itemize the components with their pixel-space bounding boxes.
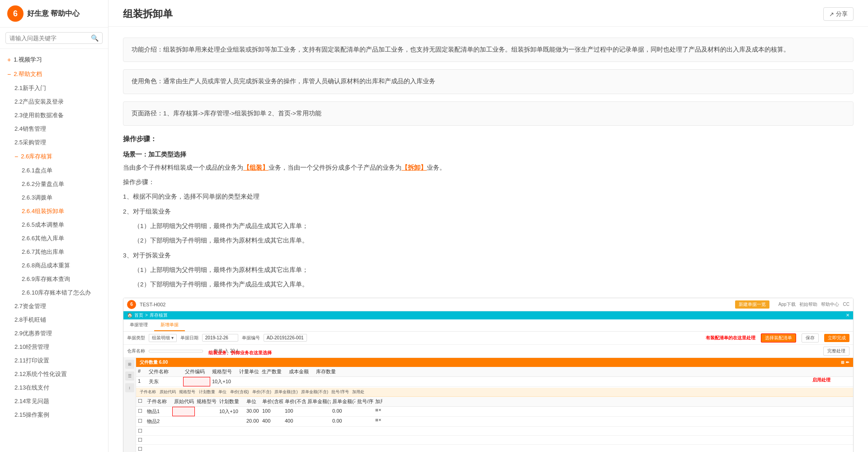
- upper-table-header: # 父件名称 父件编码 规格型号 计量单位 生产数量 成本金额 库存数量: [136, 367, 853, 377]
- highlight-assemble: 【组装】: [243, 164, 269, 171]
- lower-td-3-11: [373, 427, 382, 435]
- upper-td-1-num: 1: [136, 377, 147, 386]
- nav-group-26: − 2.6库存核算 2.6.1盘点单 2.6.2分量盘点单 2.6.3调拨单 2…: [0, 149, 108, 300]
- intro-text-3: 页面路径：1、库存核算->库存管理->组装拆卸单 2、首页->常用功能: [132, 110, 321, 117]
- nav-item-213[interactable]: 2.13在线支付: [0, 381, 108, 395]
- annotation-2: 组装业务、拆卸业务在这里选择: [208, 350, 272, 356]
- nav-item-211[interactable]: 2.11打印设置: [0, 354, 108, 367]
- upper-row-1: 1 关东 10入+10: [136, 377, 853, 387]
- lower-row-1: ☐ 物品1 10入+10 30.00 100 100 0.00: [136, 407, 853, 417]
- upper-th-qty: 生产数量: [260, 367, 287, 376]
- step-2: 2、对于组装业务: [123, 206, 854, 217]
- nav-item-261[interactable]: 2.6.1盘点单: [0, 164, 108, 177]
- lower-td-1-amt-tax: [306, 407, 330, 416]
- search-icon[interactable]: 🔍: [91, 34, 99, 42]
- step-2-1: （1）上部明细为父件明细，最终作为产成品生成其它入库单；: [123, 221, 854, 232]
- mock-icon-1: ⊞: [125, 360, 134, 369]
- lower-th-unit: 单位: [245, 397, 260, 406]
- lower-td-2-unit: 20.00: [245, 417, 260, 426]
- lower-th-planqty: 计划数量: [217, 397, 245, 406]
- upper-td-1-cost: [287, 377, 314, 386]
- mock-icon-3: ↕: [125, 383, 134, 392]
- upper-section-right: ⊞ ✏: [841, 360, 849, 365]
- mock-links: App下载 初始帮助 帮助中心 CC: [778, 301, 849, 308]
- nav-list: + 1.视频学习 − 2.帮助文档 2.1新手入门 2.2产品安装及登录 2.3…: [0, 49, 108, 452]
- mock-nav-text: 首页: [134, 312, 143, 319]
- upper-section-label: 父件数量 6.00: [140, 359, 168, 366]
- nav-item-29[interactable]: 2.9优惠券管理: [0, 327, 108, 340]
- lower-th-action: 加用: [373, 397, 382, 406]
- nav-item-215[interactable]: 2.15操作案例: [0, 408, 108, 422]
- mock-new-btn: 新建单据一览: [735, 300, 769, 309]
- page-title: 组装拆卸单: [123, 7, 173, 21]
- content-area: 功能介绍：组装拆卸单用来处理企业组装或拆卸等加工业务，支持有固定装配清单的产品加…: [108, 27, 868, 452]
- nav-item-263[interactable]: 2.6.3调拨单: [0, 191, 108, 205]
- nav-item-266[interactable]: 2.6.6其他入库单: [0, 232, 108, 245]
- lower-td-3-4: [217, 427, 245, 435]
- nav-group-title-1[interactable]: + 1.视频学习: [0, 52, 108, 67]
- nav-item-264[interactable]: 2.6.4组装拆卸单: [0, 205, 108, 218]
- lower-td-2-code: [172, 417, 195, 426]
- scene1-desc: 当由多个子件材料组装成一个成品的业务为【组装】业务，当由一个父件拆分成多个子产品…: [123, 162, 854, 173]
- mock-nav-inventory: 库存核算: [150, 312, 168, 319]
- lower-td-4-0: ☐: [136, 436, 145, 444]
- step-3: 3、对于拆装业务: [123, 250, 854, 261]
- mock-finish-btn: 完整处理: [823, 347, 849, 356]
- upper-td-1-unit: [237, 377, 260, 386]
- lower-td-3-6: [260, 427, 283, 435]
- lower-td-2-amt-tax: [306, 417, 330, 426]
- nav-item-269[interactable]: 2.6.9库存账本查询: [0, 272, 108, 286]
- nav-item-2610[interactable]: 2.6.10库存账本错了怎么办: [0, 286, 108, 300]
- nav-item-24[interactable]: 2.4销售管理: [0, 122, 108, 136]
- lower-td-2-batch: [355, 417, 373, 426]
- lower-td-4-8: [306, 436, 330, 444]
- nav-item-27[interactable]: 2.7资金管理: [0, 300, 108, 313]
- lower-th-amt-tax: 原单金额(含): [306, 397, 330, 406]
- nav-item-210[interactable]: 2.10经营管理: [0, 340, 108, 354]
- nav-item-28[interactable]: 2.8手机旺铺: [0, 313, 108, 327]
- nav-item-21[interactable]: 2.1新手入门: [0, 81, 108, 95]
- lower-td-4-10: [355, 436, 373, 444]
- mock-icon-2: ☰: [125, 371, 134, 381]
- plus-icon-1: +: [7, 56, 11, 63]
- nav-item-212[interactable]: 2.12系统个性化设置: [0, 367, 108, 381]
- nav-item-268[interactable]: 2.6.8商品成本重算: [0, 259, 108, 272]
- nav-group-title-2[interactable]: − 2.帮助文档: [0, 67, 108, 81]
- lower-td-2-name: 物品2: [145, 417, 172, 426]
- mock-type-label: 单据类型: [127, 335, 145, 341]
- share-icon: ↗: [829, 11, 834, 18]
- upper-td-1-code: [183, 377, 210, 386]
- mock-nav-sep: >: [145, 313, 148, 318]
- upper-th-num: #: [136, 367, 147, 376]
- nav-item-265[interactable]: 2.6.5成本调整单: [0, 218, 108, 232]
- mock-date-label: 单据日期: [180, 335, 198, 341]
- intro-block-1: 功能介绍：组装拆卸单用来处理企业组装或拆卸等加工业务，支持有固定装配清单的产品加…: [123, 38, 854, 62]
- lower-td-2-spec: [195, 417, 217, 426]
- nav-item-262[interactable]: 2.6.2分量盘点单: [0, 177, 108, 191]
- nav-group-title-26[interactable]: − 2.6库存核算: [0, 149, 108, 164]
- nav-item-267[interactable]: 2.6.7其他出库单: [0, 245, 108, 259]
- search-input[interactable]: [9, 35, 91, 42]
- lower-section-bar: 子件名称 原始代码 规格型号 计划数量 单位 单价(含税) 单价(不含) 原单金…: [136, 388, 853, 397]
- lower-td-4-4: [217, 436, 245, 444]
- nav-item-23[interactable]: 2.3使用前数据准备: [0, 109, 108, 122]
- mock-logo: 6: [127, 300, 136, 309]
- share-button[interactable]: ↗ 分享: [823, 7, 854, 21]
- intro-text-2: 使用角色：通常由生产人员或库管人员完成拆装业务的操作，库管人员确认原材料的出库和…: [132, 78, 435, 85]
- lower-td-1-amt-notax: 0.00: [330, 407, 355, 416]
- upper-th-stock: 库存数量: [314, 367, 341, 376]
- lower-row-2: ☐ 物品2 20.00 400 400 0.00: [136, 417, 853, 427]
- nav-item-214[interactable]: 2.14常见问题: [0, 395, 108, 408]
- lower-th-name: 子件名称: [145, 397, 172, 406]
- nav-item-22[interactable]: 2.2产品安装及登录: [0, 95, 108, 109]
- nav-group-1: + 1.视频学习: [0, 52, 108, 67]
- mock-code: TEST-H002: [140, 302, 165, 307]
- nav-sub-list-2: 2.1新手入门 2.2产品安装及登录 2.3使用前数据准备 2.4销售管理 2.…: [0, 81, 108, 422]
- intro-block-2: 使用角色：通常由生产人员或库管人员完成拆装业务的操作，库管人员确认原材料的出库和…: [123, 69, 854, 94]
- minus-icon-2: −: [7, 71, 11, 78]
- nav-item-25[interactable]: 2.5采购管理: [0, 136, 108, 149]
- lower-th-batch: 批号/序号: [355, 397, 373, 406]
- lower-th-code: 原始代码: [172, 397, 195, 406]
- lower-td-4-7: [283, 436, 306, 444]
- search-box[interactable]: 🔍: [5, 32, 103, 44]
